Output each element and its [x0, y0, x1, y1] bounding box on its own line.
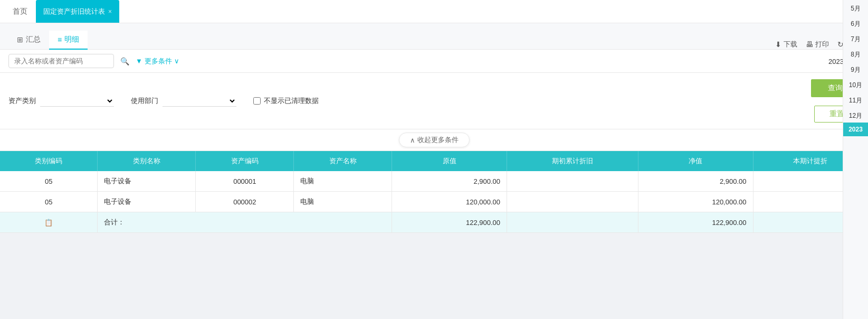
cell-asset-code: 000002: [196, 192, 294, 212]
collapse-label: 收起更多条件: [417, 135, 459, 145]
tab-close-btn[interactable]: ×: [108, 8, 112, 15]
month-11[interactable]: 11月: [843, 92, 868, 107]
table-row: 05 电子设备 000001 电脑 2,900.00 2,900.00: [0, 171, 868, 192]
month-9[interactable]: 9月: [843, 61, 868, 77]
cell-asset-name: 电脑: [294, 192, 392, 212]
chevron-down-icon: ∨: [174, 57, 179, 65]
home-nav[interactable]: 首页: [8, 7, 32, 16]
tab-summary[interactable]: ⊞ 汇总: [8, 31, 49, 50]
download-label: 下载: [784, 40, 797, 49]
more-conditions-label: 更多条件: [145, 57, 172, 66]
cell-original-value: 2,900.00: [392, 171, 507, 192]
use-department-field: 使用部门: [131, 95, 236, 107]
cell-original-value: 120,000.00: [392, 192, 507, 212]
detail-icon: ≡: [58, 35, 62, 44]
cell-net-value: 120,000.00: [638, 192, 753, 212]
col-cumulative-depreciation: 期初累计折旧: [507, 151, 638, 171]
print-btn[interactable]: 🖶 打印: [806, 40, 829, 49]
data-table-container: 类别编码 类别名称 资产编码 资产名称 原值 期初累计折旧 净值 本期计提折 0…: [0, 151, 868, 233]
current-year-label[interactable]: 2023: [843, 123, 868, 136]
table-row: 05 电子设备 000002 电脑 120,000.00 120,000.00: [0, 192, 868, 212]
cell-cumulative-depreciation: [507, 192, 638, 212]
col-net-value: 净值: [638, 151, 753, 171]
download-btn[interactable]: ⬇ 下载: [775, 40, 797, 49]
filter-icon: ▼: [136, 57, 142, 65]
tab-detail[interactable]: ≡ 明细: [49, 31, 88, 50]
total-icon-cell: 📋: [0, 212, 98, 233]
search-icon[interactable]: 🔍: [120, 57, 129, 65]
table-header-row: 类别编码 类别名称 资产编码 资产名称 原值 期初累计折旧 净值 本期计提折: [0, 151, 868, 171]
filter-bar: 🔍 ▼ 更多条件 ∨ 2023.01 ›: [0, 50, 868, 73]
month-6[interactable]: 6月: [843, 15, 868, 31]
asset-category-field: 资产类别: [8, 95, 114, 107]
col-asset-code: 资产编码: [196, 151, 294, 171]
month-12[interactable]: 12月: [843, 107, 868, 123]
cell-category-code: 05: [0, 171, 98, 192]
asset-category-label: 资产类别: [8, 96, 36, 106]
col-original-value: 原值: [392, 151, 507, 171]
cell-cumulative-depreciation: [507, 171, 638, 192]
cell-net-value: 2,900.00: [638, 171, 753, 192]
print-icon: 🖶: [806, 40, 813, 49]
table-total-row: 📋 合计： 122,900.00 122,900.00: [0, 212, 868, 233]
col-category-code: 类别编码: [0, 151, 98, 171]
hide-cleared-label: 不显示已清理数据: [264, 96, 319, 106]
total-icon: 📋: [44, 219, 53, 227]
hide-cleared-checkbox[interactable]: [253, 97, 261, 105]
advanced-filter-panel: 资产类别 使用部门 不显示已清理数据 查询 重置: [0, 73, 868, 129]
tab-detail-label: 明细: [64, 35, 79, 44]
month-10[interactable]: 10月: [843, 77, 868, 92]
chevron-up-icon: ∧: [410, 136, 415, 144]
col-category-name: 类别名称: [98, 151, 196, 171]
download-icon: ⬇: [775, 40, 781, 49]
cell-category-name: 电子设备: [98, 192, 196, 212]
search-input[interactable]: [8, 54, 114, 68]
use-department-label: 使用部门: [131, 96, 158, 106]
col-asset-name: 资产名称: [294, 151, 392, 171]
cell-category-code: 05: [0, 192, 98, 212]
use-department-select[interactable]: [163, 95, 236, 107]
month-7[interactable]: 7月: [843, 31, 868, 46]
tab-summary-label: 汇总: [26, 35, 41, 44]
sub-tabs-bar: ⊞ 汇总 ≡ 明细 ⬇ 下载 🖶 打印 ↻ 刷新: [0, 23, 868, 50]
total-cumulative-depreciation: [507, 212, 638, 233]
cell-asset-name: 电脑: [294, 171, 392, 192]
month-8[interactable]: 8月: [843, 46, 868, 61]
total-original-value: 122,900.00: [392, 212, 507, 233]
total-net-value: 122,900.00: [638, 212, 753, 233]
summary-icon: ⊞: [17, 35, 23, 44]
main-tab[interactable]: 固定资产折旧统计表 ×: [36, 0, 119, 23]
month-5[interactable]: 5月: [843, 0, 868, 15]
data-table: 类别编码 类别名称 资产编码 资产名称 原值 期初累计折旧 净值 本期计提折 0…: [0, 151, 868, 233]
cell-asset-code: 000001: [196, 171, 294, 192]
asset-category-select[interactable]: [40, 95, 114, 107]
more-conditions-btn[interactable]: ▼ 更多条件 ∨: [136, 57, 179, 66]
right-calendar-panel: 5月 6月 7月 8月 9月 10月 11月 12月 2023: [843, 0, 868, 319]
hide-cleared-field: 不显示已清理数据: [253, 96, 319, 106]
cell-category-name: 电子设备: [98, 171, 196, 192]
print-label: 打印: [815, 40, 829, 49]
tab-label: 固定资产折旧统计表: [43, 7, 105, 16]
collapse-btn[interactable]: ∧ 收起更多条件: [399, 133, 470, 147]
total-label: 合计：: [98, 212, 392, 233]
collapse-bar: ∧ 收起更多条件: [0, 129, 868, 151]
